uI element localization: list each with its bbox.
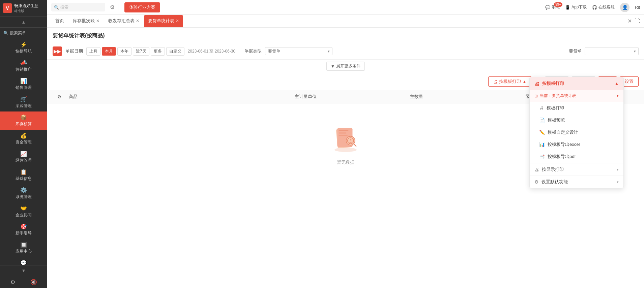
- industry-btn[interactable]: 体验行业方案: [124, 2, 160, 12]
- sidebar-scroll-down[interactable]: ▼: [20, 267, 27, 275]
- print-dropdown: 🖨 按模板打印 ▲ ⊞ 当前：要货单统计表 ▾ 🖨 模板打印 📄: [529, 77, 624, 188]
- th-unit: 主计量单位: [292, 90, 408, 103]
- app-name: 畅康通好生意 标准版: [14, 3, 38, 13]
- th-qty: 主数量: [407, 90, 523, 103]
- svg-rect-3: [339, 130, 349, 131]
- sales-icon: 📊: [20, 78, 27, 84]
- sidebar-item-corp-wechat[interactable]: 💬 企业微信: [0, 257, 47, 265]
- print-item-template-design[interactable]: ✏️ 模板自定义设计: [530, 126, 623, 138]
- sidebar-scroll-up[interactable]: ▲: [20, 18, 27, 26]
- tab-fullscreen-icon[interactable]: ⛶: [635, 18, 640, 24]
- sidebar-item-guide[interactable]: 🎯 新手引导: [0, 221, 47, 239]
- tab-order-stats[interactable]: 要货单统计表 ✕: [144, 15, 183, 27]
- sidebar-item-sales[interactable]: 📊 销售管理: [0, 75, 47, 93]
- enterprise-icon: 🤝: [20, 205, 27, 212]
- marketing-icon: 📣: [20, 60, 27, 66]
- date-label: 单据日期: [65, 48, 83, 54]
- sidebar-item-operation[interactable]: 📈 经营管理: [0, 148, 47, 166]
- sidebar-item-quick-nav[interactable]: ⚡ 快捷导航: [0, 39, 47, 57]
- filter-expand-icon[interactable]: ▶▶: [53, 46, 62, 56]
- sidebar-item-inventory[interactable]: 📦 库存核算: [0, 111, 47, 130]
- date-btn-last-7-days[interactable]: 近7天: [133, 47, 149, 56]
- print-subitem-display[interactable]: 🖨 按显示打印 ▾: [530, 163, 623, 175]
- sidebar-item-enterprise[interactable]: 🤝 企业协同: [0, 202, 47, 221]
- print-item-template-preview[interactable]: 📄 模板预览: [530, 114, 623, 126]
- tab-close-receipt-summary[interactable]: ✕: [136, 19, 139, 23]
- mobile-icon: 📱: [565, 5, 570, 10]
- sidebar-item-system[interactable]: ⚙️ 系统管理: [0, 184, 47, 202]
- print-current-label[interactable]: ⊞ 当前：要货单统计表 ▾: [530, 90, 623, 102]
- app-download-btn[interactable]: 📱 App下载: [565, 4, 587, 10]
- sidebar-item-finance[interactable]: 💰 资金管理: [0, 130, 47, 148]
- sidebar-bottom: ⚙ 🔇: [0, 276, 47, 288]
- print-current-chevron: ▾: [617, 94, 619, 98]
- print-item-template-print[interactable]: 🖨 模板打印: [530, 102, 623, 114]
- print-header-icon: 🖨: [534, 81, 539, 87]
- print-dropdown-items: 🖨 模板打印 📄 模板预览 ✏️ 模板自定义设计 📊 按模板导出excel 📑: [530, 102, 623, 163]
- empty-text: 暂无数据: [337, 159, 354, 165]
- print-item-export-pdf[interactable]: 📑 按模板导出pdf: [530, 151, 623, 163]
- date-btn-more[interactable]: 更多: [151, 47, 165, 56]
- display-print-chevron: ▾: [617, 167, 619, 172]
- topbar-search[interactable]: 🔍 搜索: [51, 3, 105, 11]
- print-template-btn[interactable]: 🖨 按模板打印 ▲: [488, 76, 532, 87]
- tab-home[interactable]: 首页: [51, 15, 68, 27]
- export-excel-icon: 📊: [539, 142, 545, 147]
- expand-more-btn[interactable]: ▼ 展开更多条件: [326, 62, 365, 71]
- svg-rect-4: [339, 132, 347, 133]
- template-design-icon: ✏️: [539, 130, 545, 135]
- sidebar-item-basic[interactable]: 📋 基础信息: [0, 166, 47, 184]
- notification-icon: 💬: [545, 5, 550, 10]
- default-setting-icon: ⚙: [534, 179, 539, 185]
- tab-close-inventory-batch[interactable]: ✕: [96, 19, 99, 23]
- print-item-export-excel[interactable]: 📊 按模板导出excel: [530, 138, 623, 151]
- print-dropdown-chevron: ▲: [615, 81, 619, 86]
- main-area: 🔍 搜索 ⚙ 体验行业方案 💬 消息 99+ 📱 App下载 🎧 在线客服 👤: [47, 0, 644, 288]
- type-select[interactable]: 要货单: [265, 47, 332, 55]
- print-dropdown-header[interactable]: 🖨 按模板打印 ▲: [530, 77, 623, 90]
- sidebar-search[interactable]: 🔍 搜索菜单: [0, 28, 47, 39]
- printer-icon: 🖨: [493, 79, 498, 84]
- tab-inventory-batch[interactable]: 库存批次账 ✕: [69, 15, 104, 27]
- order-extra-label: 要货单: [569, 48, 582, 54]
- tab-close-all-icon[interactable]: ✕: [627, 18, 632, 24]
- filter-bar: ▶▶ 单据日期 上月 本月 本年 近7天 更多 自定义 2023-06-01 至…: [47, 43, 644, 60]
- finance-icon: 💰: [20, 132, 27, 139]
- tabbar-right: ✕ ⛶: [627, 18, 640, 24]
- date-btn-last-month[interactable]: 上月: [86, 47, 100, 56]
- customer-service-btn[interactable]: 🎧 在线客服: [592, 4, 615, 10]
- filter-right: 要货单: [569, 47, 639, 55]
- guide-icon: 🎯: [20, 223, 27, 230]
- purchase-icon: 🛒: [20, 96, 27, 102]
- sidebar-item-purchase[interactable]: 🛒 采购管理: [0, 93, 47, 111]
- extra-select[interactable]: [585, 47, 639, 55]
- basic-icon: 📋: [20, 169, 27, 175]
- search-icon: 🔍: [3, 31, 8, 35]
- app-logo-icon: V: [3, 3, 12, 13]
- tab-receipt-summary[interactable]: 收发存汇总表 ✕: [104, 15, 143, 27]
- notifications-btn[interactable]: 💬 消息 99+: [545, 4, 560, 10]
- date-btn-custom[interactable]: 自定义: [166, 47, 184, 56]
- date-btn-this-month[interactable]: 本月: [102, 47, 116, 56]
- sidebar-item-marketing[interactable]: 📣 营销推广: [0, 57, 47, 75]
- date-btn-this-year[interactable]: 本年: [117, 47, 131, 56]
- app-center-icon: 🔲: [20, 242, 27, 248]
- th-settings[interactable]: ⚙: [53, 91, 66, 103]
- sidebar-logo: V 畅康通好生意 标准版: [0, 0, 47, 17]
- content-area: 要货单统计表(按商品) ▶▶ 单据日期 上月 本月 本年 近7天 更多 自定义 …: [47, 28, 644, 288]
- user-name: Rit: [635, 5, 640, 10]
- print-subitem-default[interactable]: ⚙ 设置默认功能 ▾: [530, 175, 623, 188]
- tab-close-order-stats[interactable]: ✕: [176, 19, 179, 23]
- sidebar: V 畅康通好生意 标准版 ▲ 🔍 搜索菜单 ⚡ 快捷导航 📣 营销推广 📊 销售…: [0, 0, 47, 288]
- svg-rect-5: [339, 135, 348, 136]
- expand-icon: ▼: [331, 64, 335, 69]
- mute-icon[interactable]: 🔇: [30, 279, 37, 285]
- settings-bottom-icon[interactable]: ⚙: [10, 279, 15, 285]
- topbar-gear-icon[interactable]: ⚙: [110, 4, 115, 10]
- print-current-icon: ⊞: [534, 94, 538, 98]
- type-select-wrapper: 要货单: [265, 47, 332, 55]
- sidebar-item-app-center[interactable]: 🔲 应用中心: [0, 239, 47, 257]
- inventory-icon: 📦: [20, 114, 27, 121]
- user-avatar[interactable]: 👤: [620, 3, 630, 12]
- template-print-icon: 🖨: [539, 105, 544, 111]
